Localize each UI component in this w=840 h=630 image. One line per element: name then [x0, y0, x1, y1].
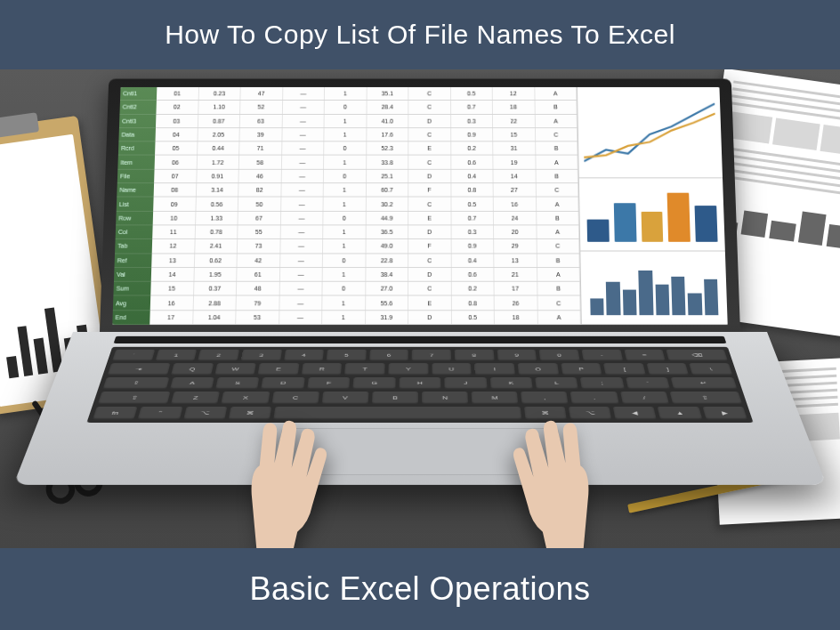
key: F — [307, 377, 350, 390]
grid-cell: 20 — [494, 225, 537, 238]
grid-cell: 1 — [323, 239, 366, 253]
key: X — [222, 392, 270, 404]
key: ` — [112, 350, 155, 361]
grid-cell: 50 — [238, 198, 281, 211]
laptop-screen-bezel: Cntl1Cntl2Cntl3DataRcrdItemFileNameListR… — [100, 79, 740, 332]
grid-row: 050.4471—052.3E0.231B — [155, 142, 578, 157]
grid-cell: — — [282, 142, 325, 156]
grid-cell: B — [537, 254, 579, 267]
grid-cell: 11 — [152, 225, 195, 238]
grid-cell: E — [408, 212, 451, 225]
key: . — [570, 392, 618, 404]
row-header-cell: Col — [116, 225, 153, 239]
grid-cell: 0.5 — [451, 87, 493, 100]
key: S — [215, 377, 260, 390]
grid-cell: 0.2 — [451, 282, 494, 295]
grid-cell: — — [280, 225, 323, 238]
bar — [704, 279, 719, 316]
grid-cell: 1 — [324, 156, 367, 169]
key: 8 — [455, 350, 494, 361]
row-header-cell: Row — [116, 212, 153, 226]
grid-cell: 17 — [495, 282, 537, 295]
grid-cell: 0.5 — [451, 311, 495, 324]
grid-cell: 0.56 — [196, 198, 238, 211]
grid-cell: 27.0 — [366, 282, 408, 295]
grid-cell: 0 — [324, 142, 367, 156]
grid-row: 162.8879—155.6E0.826C — [150, 296, 581, 311]
spreadsheet-grid: 010.2347—135.1C0.512A021.1052—028.4C0.71… — [149, 87, 581, 325]
grid-cell: 27 — [494, 183, 537, 197]
key: ⌥ — [569, 407, 612, 420]
key: 6 — [369, 350, 408, 361]
key: 2 — [198, 350, 239, 361]
grid-cell: 0.8 — [451, 183, 494, 197]
bar — [587, 220, 610, 242]
grid-cell: 13 — [494, 254, 537, 267]
key: [ — [603, 363, 645, 375]
grid-cell: 18 — [495, 311, 538, 324]
grid-row: 083.1482—160.7F0.827C — [154, 183, 579, 198]
key-row: ⇥QWERTYUIOP[]\ — [108, 363, 732, 375]
grid-cell: C — [408, 156, 451, 169]
grid-cell: 1 — [323, 225, 366, 238]
key: ▲ — [658, 407, 702, 420]
grid-row: 042.0539—117.6C0.915C — [156, 128, 578, 141]
grid-cell: 2.05 — [198, 128, 240, 141]
grid-cell: 41.0 — [367, 115, 408, 127]
grid-cell: 58 — [239, 156, 282, 169]
bar — [695, 206, 718, 242]
bottom-banner-text: Basic Excel Operations — [249, 570, 590, 608]
grid-cell: A — [537, 268, 580, 281]
grid-cell: 03 — [156, 115, 198, 127]
grid-cell: — — [281, 170, 324, 183]
row-header-cell: Sum — [113, 282, 150, 296]
grid-cell: 0.9 — [451, 239, 494, 253]
grid-cell: 0.6 — [451, 268, 494, 281]
grid-cell: E — [408, 296, 451, 310]
grid-cell: A — [536, 156, 578, 169]
grid-cell: 12 — [152, 239, 195, 253]
trackpad — [276, 428, 565, 475]
grid-cell: D — [408, 268, 451, 281]
grid-cell: 0 — [323, 254, 366, 267]
grid-cell: 15 — [150, 282, 194, 295]
key: 4 — [284, 350, 324, 361]
top-banner-text: How To Copy List Of File Names To Excel — [165, 20, 675, 50]
grid-cell: A — [537, 225, 579, 238]
grid-cell: 1.10 — [198, 101, 241, 113]
grid-cell: 0.7 — [451, 212, 494, 225]
grid-cell: — — [279, 296, 323, 310]
grid-cell: 53 — [236, 311, 279, 324]
grid-cell: C — [408, 198, 451, 211]
row-header-cell: Val — [114, 268, 151, 282]
grid-cell: A — [537, 311, 581, 324]
grid-cell: 05 — [155, 142, 198, 156]
grid-cell: 0.7 — [451, 101, 493, 113]
grid-cell: 0.6 — [451, 156, 494, 169]
row-header-cell: Rcrd — [118, 142, 156, 157]
grid-cell: B — [535, 101, 577, 113]
row-header-cell: Tab — [115, 239, 152, 254]
bar — [623, 290, 637, 315]
row-header-cell: Avg — [113, 296, 150, 311]
grid-cell: 1.95 — [194, 268, 238, 281]
grid-row: 090.5650—130.2C0.516A — [153, 198, 578, 212]
grid-cell: 0.78 — [195, 225, 238, 238]
bar — [638, 271, 653, 315]
grid-cell: 14 — [493, 170, 536, 183]
grid-cell: C — [408, 254, 451, 267]
key-row: `1234567890-=⌫ — [112, 350, 728, 361]
key: Y — [388, 363, 428, 375]
grid-cell: 49.0 — [366, 239, 408, 253]
grid-cell: 63 — [240, 115, 283, 127]
key: V — [321, 392, 368, 404]
grid-cell: A — [535, 87, 577, 100]
grid-cell: — — [282, 101, 324, 113]
grid-cell: 04 — [156, 128, 198, 141]
grid-cell: C — [536, 183, 578, 197]
row-header-cell: Ref — [114, 254, 151, 268]
grid-cell: 29 — [494, 239, 537, 253]
bar — [614, 203, 636, 241]
key: T — [345, 363, 385, 375]
key: ▶ — [702, 407, 747, 420]
